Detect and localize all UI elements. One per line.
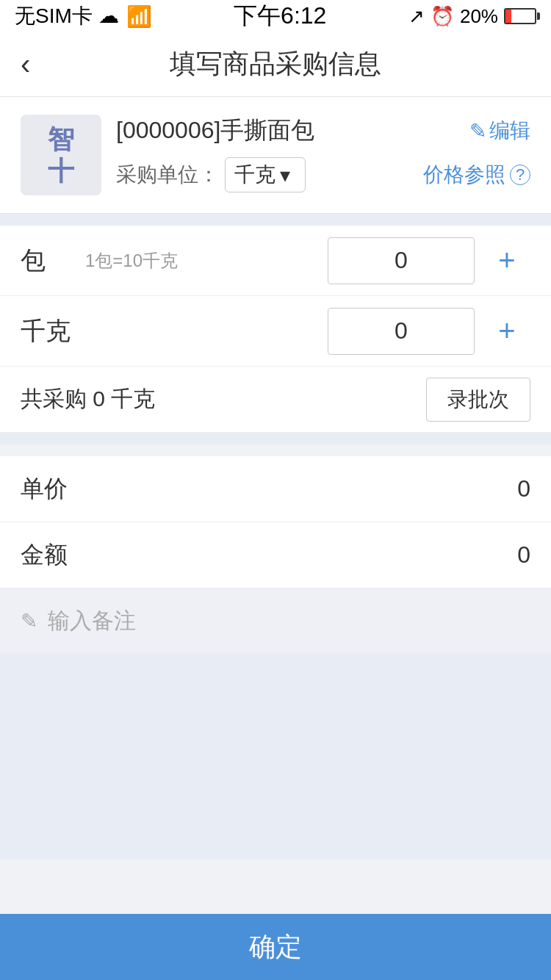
edit-button[interactable]: ✎ 编辑 xyxy=(469,117,530,145)
quantity-input-bag[interactable]: 0 xyxy=(328,237,475,284)
amount-label: 金额 xyxy=(21,539,68,572)
chevron-down-icon: ▾ xyxy=(280,163,290,187)
product-card: 智 十 [0000006]手撕面包 ✎ 编辑 采购单位： 千克 ▾ 价格参照 xyxy=(0,97,551,214)
battery-percent: 20% xyxy=(460,5,498,28)
product-logo: 智 十 xyxy=(48,123,74,187)
confirm-button[interactable]: 确定 xyxy=(0,914,551,980)
alarm-icon: ⏰ xyxy=(431,5,454,28)
product-name-row: [0000006]手撕面包 ✎ 编辑 xyxy=(116,115,530,147)
battery-fill xyxy=(505,10,511,23)
content-area xyxy=(0,654,551,860)
remark-placeholder: 输入备注 xyxy=(48,606,136,636)
total-row: 共采购 0 千克 录批次 xyxy=(0,367,551,433)
status-left: 无SIM卡 ☁ 📶 xyxy=(15,2,152,30)
status-bar: 无SIM卡 ☁ 📶 下午6:12 ↗ ⏰ 20% xyxy=(0,0,551,32)
back-button[interactable]: ‹ xyxy=(21,48,30,81)
product-name: [0000006]手撕面包 xyxy=(116,115,314,147)
sim-label: 无SIM卡 ☁ xyxy=(15,2,119,30)
plus-button-bag[interactable]: + xyxy=(483,237,530,284)
unit-price-row: 单价 0 xyxy=(0,456,551,522)
divider-1 xyxy=(0,214,551,226)
unit-selector-row: 采购单位： 千克 ▾ xyxy=(116,157,306,192)
record-batch-button[interactable]: 录批次 xyxy=(426,378,530,422)
wifi-icon: 📶 xyxy=(126,4,152,29)
battery-icon xyxy=(504,8,536,24)
page-title: 填写商品采购信息 xyxy=(170,46,381,82)
divider-2 xyxy=(0,433,551,444)
quantity-label-kg: 千克 xyxy=(21,314,79,348)
unit-price-label: 单价 xyxy=(21,473,68,505)
price-info-section: 单价 0 金额 0 xyxy=(0,456,551,588)
unit-dropdown[interactable]: 千克 ▾ xyxy=(225,157,306,192)
quantity-section: 包 1包=10千克 0 + 千克 0 + xyxy=(0,226,551,367)
quantity-input-wrap-kg: 0 + xyxy=(79,308,530,355)
unit-label: 采购单位： xyxy=(116,161,219,189)
total-label: 共采购 0 千克 xyxy=(21,384,155,414)
product-thumbnail: 智 十 xyxy=(21,115,101,195)
product-info: [0000006]手撕面包 ✎ 编辑 采购单位： 千克 ▾ 价格参照 ? xyxy=(116,115,530,192)
question-icon: ? xyxy=(510,165,530,185)
amount-value: 0 xyxy=(517,541,530,569)
quantity-row-bag: 包 1包=10千克 0 + xyxy=(0,226,551,296)
quantity-input-kg[interactable]: 0 xyxy=(328,308,475,355)
quantity-label-bag: 包 xyxy=(21,244,79,278)
remark-section[interactable]: ✎ 输入备注 xyxy=(0,588,551,654)
quantity-sublabel-bag: 1包=10千克 xyxy=(85,249,178,273)
price-ref-button[interactable]: 价格参照 ? xyxy=(423,161,530,189)
pencil-icon: ✎ xyxy=(21,609,37,633)
quantity-input-wrap-bag: 0 + xyxy=(178,237,530,284)
unit-price-value: 0 xyxy=(517,475,530,502)
status-right: ↗ ⏰ 20% xyxy=(408,5,536,28)
plus-button-kg[interactable]: + xyxy=(483,308,530,355)
status-time: 下午6:12 xyxy=(234,0,326,32)
product-unit-row: 采购单位： 千克 ▾ 价格参照 ? xyxy=(116,157,530,192)
nav-bar: ‹ 填写商品采购信息 xyxy=(0,32,551,97)
amount-row: 金额 0 xyxy=(0,522,551,588)
quantity-row-kg: 千克 0 + xyxy=(0,296,551,367)
location-icon: ↗ xyxy=(408,5,425,28)
